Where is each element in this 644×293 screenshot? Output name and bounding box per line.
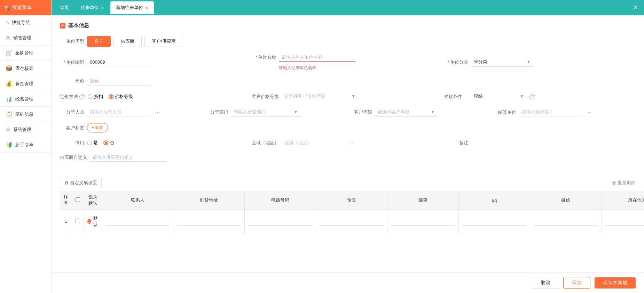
payment-terms-field: 收款条件 现结 ▼ ? — [444, 92, 636, 101]
customer-level-select[interactable]: 请选择客户等级 ▼ — [375, 107, 438, 117]
row-checkbox[interactable] — [76, 219, 80, 223]
cell-seq: 1 — [60, 210, 72, 233]
supplier-custom-input[interactable] — [90, 153, 166, 162]
guide-icon: 🔰 — [6, 141, 13, 148]
tab-home[interactable]: 首页 — [54, 1, 74, 14]
customer-level-field: 客户等级 请选择客户等级 ▼ — [348, 107, 492, 117]
tab-contacts[interactable]: 往来单位 ✕ — [75, 1, 110, 14]
save-new-button[interactable]: 保存并新增 — [595, 277, 636, 288]
location-input[interactable] — [605, 217, 644, 226]
sidebar-item-label: 系统管理 — [13, 127, 31, 133]
row-default-radio[interactable]: 默认 — [87, 215, 98, 228]
gear-icon: ⚙ — [64, 180, 69, 186]
department-label: 分管部门 — [204, 109, 228, 115]
phone-input[interactable] — [248, 217, 312, 226]
tab-new-contact-close[interactable]: ✕ — [145, 6, 148, 10]
sidebar-item-label: 快捷导航 — [12, 19, 30, 26]
unit-type-both-btn[interactable]: 客户/供应商 — [144, 36, 183, 47]
radio-disabled-no[interactable]: 否 — [103, 140, 114, 146]
unit-category-field: *单位分类 未分类 ▼ — [444, 57, 636, 67]
remarks-input[interactable] — [471, 139, 636, 147]
chevron-down-icon3: ▼ — [520, 94, 524, 99]
purchase-icon: 🛒 — [6, 50, 13, 56]
customer-price-level-select[interactable]: 请选择客户价格等级 ▼ — [282, 92, 358, 101]
batch-delete-label: 批量删除 — [618, 180, 636, 186]
sidebar-item-label: 库存核算 — [15, 65, 33, 72]
inventory-icon: 📦 — [6, 65, 13, 72]
unit-info-row: *单位编码 *单位名称 请输入往来单位名称 — [60, 53, 636, 71]
tab-contacts-close[interactable]: ✕ — [101, 6, 104, 10]
settlement-dots-btn[interactable]: ··· — [586, 109, 593, 115]
address-input[interactable] — [177, 217, 241, 226]
disabled-label: 停用 — [60, 140, 84, 146]
pricing-help-icon[interactable]: ? — [79, 94, 85, 99]
region-field: 区域（地区） ··· — [252, 139, 443, 147]
sidebar-item-sales[interactable]: ◎ 销售管理 — [0, 30, 51, 46]
supplier-custom-label: 供应商自定义 — [60, 154, 87, 161]
radio-discount-label: 折扣 — [94, 93, 103, 100]
short-name-input[interactable] — [87, 77, 151, 86]
supplier-custom-row: 供应商自定义 — [60, 153, 636, 162]
unit-category-label: *单位分类 — [444, 59, 468, 65]
unit-name-input[interactable] — [279, 53, 355, 62]
unit-name-field: *单位名称 请输入往来单位名称 — [252, 53, 443, 71]
col-checkbox — [72, 191, 84, 210]
sidebar-item-label: 经营管理 — [15, 96, 33, 102]
short-name-row: 简称 — [60, 77, 636, 86]
sidebar-item-operations[interactable]: 📊 经营管理 — [0, 91, 51, 107]
unit-type-supplier-btn[interactable]: 供应商 — [113, 36, 142, 47]
unit-type-customer-btn[interactable]: 客户 — [87, 36, 111, 47]
sidebar-item-quick-nav[interactable]: ⌂ 快捷导航 — [0, 15, 51, 30]
customer-price-level-field: 客户价格等级 请选择客户价格等级 ▼ — [252, 92, 443, 101]
region-dots-btn[interactable]: ··· — [348, 140, 356, 146]
manager-dots-btn[interactable]: ··· — [154, 109, 161, 115]
tab-bar: 首页 往来单位 ✕ 新增往来单位 ✕ ✕ — [52, 0, 644, 15]
sidebar-item-guide[interactable]: 🔰 新手引导 — [0, 137, 51, 153]
radio-discount-circle — [88, 94, 93, 99]
settlement-unit-input[interactable] — [519, 108, 583, 116]
sidebar-item-inventory[interactable]: 📦 库存核算 — [0, 61, 51, 76]
manager-field: 分管人员 ··· — [60, 108, 204, 116]
unit-code-input[interactable] — [87, 58, 151, 66]
region-input[interactable] — [282, 139, 346, 147]
radio-price-level[interactable]: 价格等级 — [109, 93, 133, 100]
payment-terms-select[interactable]: 现结 ▼ — [471, 92, 527, 101]
manager-input[interactable] — [87, 108, 151, 116]
disabled-field: 停用 是 否 — [60, 140, 252, 146]
header-checkbox[interactable] — [76, 197, 80, 202]
row-default-label: 默认 — [93, 215, 98, 228]
tab-bar-close-btn[interactable]: ✕ — [630, 2, 641, 13]
tab-new-contact[interactable]: 新增往来单位 ✕ — [110, 1, 154, 14]
wechat-input[interactable] — [534, 217, 598, 226]
department-select[interactable]: 请输入分管部门 ▼ — [231, 107, 301, 117]
email-input[interactable] — [391, 217, 455, 226]
add-tag-btn[interactable]: + 标签 — [87, 123, 108, 132]
radio-disabled-yes-circle — [87, 140, 92, 145]
contact-input[interactable] — [105, 217, 170, 226]
sidebar-item-finance[interactable]: 💰 资金管理 — [0, 76, 51, 91]
sidebar-item-purchase[interactable]: 🛒 采购管理 — [0, 46, 51, 61]
region-label: 区域（地区） — [252, 140, 279, 146]
fax-input[interactable] — [320, 217, 384, 226]
radio-disabled-yes-label: 是 — [93, 140, 98, 146]
unit-type-group: 客户 供应商 客户/供应商 — [87, 36, 183, 47]
sidebar-item-system[interactable]: ⚙ 系统管理 — [0, 122, 51, 137]
payment-help-icon[interactable]: ? — [529, 94, 535, 99]
search-icon: 🔍 — [4, 5, 10, 10]
radio-discount[interactable]: 折扣 — [88, 93, 103, 100]
unit-category-select[interactable]: 未分类 ▼ — [471, 57, 534, 67]
custom-settings-btn[interactable]: ⚙ 自定义项设置 — [60, 178, 102, 188]
chevron-down-icon2: ▼ — [351, 94, 355, 99]
search-menu-btn[interactable]: 🔍 搜索菜单 — [0, 0, 51, 15]
sidebar-item-label: 新手引导 — [15, 142, 33, 148]
cell-qq — [459, 210, 530, 233]
table-header-row: 序号 设为默认 联系人 到货地址 电话号码 传真 邮箱 qq 微信 所在地区 操… — [60, 191, 644, 210]
content-area: F 基本信息 单位类型 客户 供应商 客户/供应商 — [52, 15, 644, 272]
tab-contacts-label: 往来单位 — [81, 5, 99, 11]
save-button[interactable]: 保存 — [563, 277, 590, 289]
radio-disabled-yes[interactable]: 是 — [87, 140, 98, 146]
batch-delete-btn[interactable]: 🗑 批量删除 — [612, 180, 636, 186]
cancel-button[interactable]: 取消 — [532, 277, 559, 289]
sidebar-item-basic-info[interactable]: 📋 基础信息 — [0, 107, 51, 122]
qq-input[interactable] — [462, 217, 526, 226]
